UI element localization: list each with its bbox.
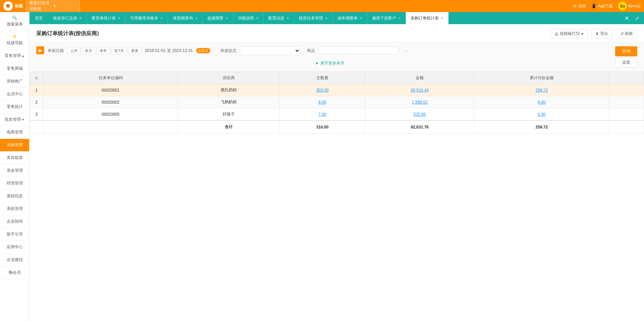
message-btn[interactable]: ✉ 消息 xyxy=(573,3,586,9)
shortcut-more[interactable]: 更多 xyxy=(128,47,142,54)
status-select[interactable] xyxy=(240,46,300,55)
tab-function-desc[interactable]: 功能说明 ✕ xyxy=(233,12,264,24)
sidebar-item-marketing[interactable]: 营销推广 xyxy=(0,75,29,88)
tab-invite-downstream-close-icon[interactable]: ✕ xyxy=(398,16,401,20)
sidebar-item-wholesale[interactable]: 批发管理 ▼ xyxy=(0,113,29,126)
col-code: 往来单位编码 xyxy=(43,72,178,84)
data-table: ⚙ 往来单位编码 供应商 主数量 金额 累计付款金额 1 0002 xyxy=(30,72,644,133)
print-button[interactable]: 🖨 按模板打印 ▾ xyxy=(550,29,588,39)
sidebar-item-members[interactable]: 会员中心 xyxy=(0,88,29,101)
sidebar-item-system[interactable]: 系统管理 xyxy=(0,203,29,215)
tab-function-desc-close-icon[interactable]: ✕ xyxy=(256,16,259,20)
row-amount[interactable]: 1,586.52 xyxy=(365,96,474,108)
tab-close-all-icon[interactable]: ✕ xyxy=(623,14,631,22)
row-no: 3 xyxy=(30,108,43,121)
tab-purchase-stats[interactable]: 要货单统计表 ✕ xyxy=(87,12,125,24)
expand-more-btn[interactable]: ▼ 展开更多条件 xyxy=(315,60,344,66)
tab-pick-task-close-icon[interactable]: ✕ xyxy=(325,16,328,20)
sidebar-item-shortcut[interactable]: ⚡ 快捷导航 xyxy=(0,31,29,50)
sidebar-item-newbie[interactable]: 新手引导 xyxy=(0,228,29,241)
shortcut-this-year[interactable]: 本年 xyxy=(97,47,110,54)
sidebar-item-retail[interactable]: 零售管理 ▲ xyxy=(0,50,29,62)
tab-overstock-warning-close-icon[interactable]: ✕ xyxy=(225,16,228,20)
sidebar-item-retail-shop[interactable]: 零售商城 xyxy=(0,62,29,75)
sidebar-item-operations[interactable]: 经营管理 xyxy=(0,177,29,190)
wholesale-arrow-icon: ▼ xyxy=(21,118,24,121)
sidebar-item-vip[interactable]: 畅会员 xyxy=(0,266,29,279)
row-amount[interactable]: 60,519.44 xyxy=(365,84,474,96)
row-amount[interactable]: 525.80 xyxy=(365,108,474,121)
app-download-btn[interactable]: 📱 App下载 xyxy=(591,3,613,9)
refresh-button[interactable]: ↺ 刷新 xyxy=(616,29,637,39)
settings-button[interactable]: 设置 xyxy=(615,58,637,67)
sidebar-item-purchase[interactable]: 采购管理 xyxy=(0,139,29,152)
tab-purchase-order-stats-close-icon[interactable]: ✕ xyxy=(441,16,443,20)
sidebar-item-base-info[interactable]: 基础信息 xyxy=(0,190,29,203)
goods-input[interactable] xyxy=(318,47,399,55)
col-supplier: 供应商 xyxy=(178,72,280,84)
logo-area: 🐯 标题 xyxy=(3,1,23,11)
page-header: 采购订单统计表(按供应商) 🖨 按模板打印 ▾ ⬇ 导出 ↺ 刷新 xyxy=(30,24,644,42)
tab-config-info-close-icon[interactable]: ✕ xyxy=(286,16,289,20)
tab-expiry-query-close-icon[interactable]: ✕ xyxy=(195,16,198,20)
shortcut-this-month[interactable]: 本月 xyxy=(82,47,95,54)
tab-maximize-icon[interactable]: ⤢ xyxy=(633,14,641,22)
logo-text: 标题 xyxy=(15,3,23,9)
tab-pick-task[interactable]: 拣货任务管理 ✕ xyxy=(294,12,333,24)
sidebar-item-finance[interactable]: 资金管理 xyxy=(0,164,29,177)
sidebar-item-wechat[interactable]: 企业微信 xyxy=(0,254,29,266)
tab-available-stock[interactable]: 可用量库存账本 ✕ xyxy=(125,12,168,24)
custom-badge: 自定义 xyxy=(196,48,210,53)
row-qty[interactable]: 303.00 xyxy=(279,84,365,96)
tab-cost-adjust[interactable]: 成本调整单 ✕ xyxy=(333,12,367,24)
col-checkbox: ⚙ xyxy=(30,72,43,84)
workspace-selector[interactable]: 母婴行业演示账套 ▾ xyxy=(26,0,80,13)
sidebar-item-inventory[interactable]: 库存核算 xyxy=(0,152,29,164)
page-content: 采购订单统计表(按供应商) 🖨 按模板打印 ▾ ⬇ 导出 ↺ 刷新 xyxy=(30,24,644,321)
workspace-chevron-icon: ▾ xyxy=(54,4,77,8)
filter-toggle-btn[interactable]: ▶ xyxy=(36,46,44,54)
logo-icon: 🐯 xyxy=(3,1,13,11)
tab-expiry-query[interactable]: 保质期查询 ✕ xyxy=(168,12,203,24)
tab-purchase-order-stats[interactable]: 采购订单统计表 ✕ xyxy=(406,12,448,24)
sidebar-item-app-center[interactable]: 应用中心 xyxy=(0,241,29,254)
table-container: ⚙ 往来单位编码 供应商 主数量 金额 累计付款金额 1 0002 xyxy=(30,72,644,321)
tab-home[interactable]: 首页 xyxy=(30,12,48,24)
tab-purchase-stats-close-icon[interactable]: ✕ xyxy=(118,16,120,20)
row-paid[interactable]: 0.00 xyxy=(474,96,609,108)
tab-invite-downstream[interactable]: 邀请下游客户 ✕ xyxy=(367,12,406,24)
row-code: 00020002 xyxy=(43,96,178,108)
row-paid[interactable]: 259.72 xyxy=(474,84,609,96)
search-icon: 🔍 xyxy=(12,15,17,20)
shortcut-7days[interactable]: 近7天 xyxy=(111,47,127,54)
sidebar-item-ecommerce[interactable]: 电商管理 xyxy=(0,126,29,139)
sidebar-item-enterprise[interactable]: 企业协同 xyxy=(0,215,29,228)
user-area[interactable]: Ea demo2 xyxy=(618,2,641,10)
tab-collect-pay[interactable]: 收发存汇总表 ✕ xyxy=(48,12,87,24)
column-settings-icon[interactable]: ⚙ xyxy=(35,76,38,81)
goods-more-icon[interactable]: ··· xyxy=(402,48,409,53)
content-area: 首页 收发存汇总表 ✕ 要货单统计表 ✕ 可用量库存账本 ✕ 保质期查询 ✕ 超… xyxy=(30,12,644,321)
row-qty[interactable]: 7.00 xyxy=(279,108,365,121)
tab-overstock-warning[interactable]: 超储预警 ✕ xyxy=(203,12,233,24)
sidebar-item-search[interactable]: 🔍 搜索菜单 xyxy=(0,12,29,31)
message-icon: ✉ xyxy=(573,4,577,8)
export-button[interactable]: ⬇ 导出 xyxy=(591,29,612,39)
tab-collect-pay-close-icon[interactable]: ✕ xyxy=(79,16,82,20)
footer-label: 合计 xyxy=(178,120,280,133)
search-buttons: 查询 设置 xyxy=(615,46,637,67)
export-icon: ⬇ xyxy=(595,32,599,36)
download-icon: 📱 xyxy=(591,4,596,8)
tab-cost-adjust-close-icon[interactable]: ✕ xyxy=(360,16,362,20)
shortcut-last-month[interactable]: 上月 xyxy=(67,47,80,54)
sidebar-item-retail-stats[interactable]: 零售统计 xyxy=(0,101,29,113)
tab-available-stock-close-icon[interactable]: ✕ xyxy=(160,16,163,20)
tab-config-info[interactable]: 配置信息 ✕ xyxy=(264,12,294,24)
page-title: 采购订单统计表(按供应商) xyxy=(36,30,99,37)
goods-label: 商品 xyxy=(307,48,315,54)
table-footer-row: 合计 316.00 62,631.76 259.72 xyxy=(30,120,644,133)
row-qty[interactable]: 6.00 xyxy=(279,96,365,108)
row-supplier: 好孩子 xyxy=(178,108,280,121)
search-button[interactable]: 查询 xyxy=(615,46,637,56)
row-paid[interactable]: 0.00 xyxy=(474,108,609,121)
